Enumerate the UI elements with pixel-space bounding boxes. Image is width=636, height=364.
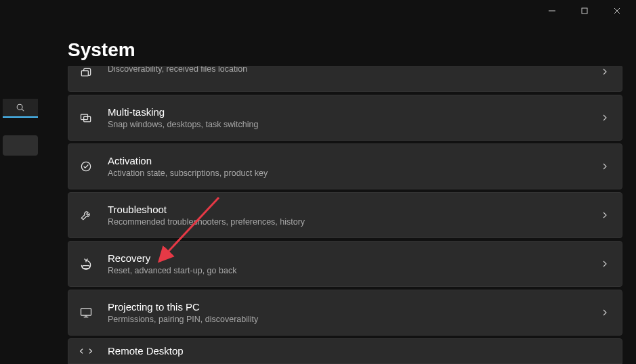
list-item-subtitle: Recommended troubleshooters, preferences… [108,217,600,227]
minimize-icon [548,7,556,15]
close-icon [613,7,621,15]
svg-line-5 [22,109,24,111]
minimize-button[interactable] [543,1,561,20]
svg-rect-6 [81,71,88,76]
list-item-subtitle: Discoverability, received files location [108,66,600,74]
page-title: System [68,39,135,61]
window-controls [533,0,636,22]
chevron-right-icon [600,210,610,220]
list-item-multitasking[interactable]: Multi-tasking Snap windows, desktops, ta… [68,95,622,141]
list-item-troubleshoot[interactable]: Troubleshoot Recommended troubleshooters… [68,192,622,238]
nav-item-selected[interactable] [3,135,38,156]
list-item-title: Recovery [108,252,600,265]
list-item-title: Multi-tasking [108,106,600,118]
chevron-right-icon [600,308,610,317]
svg-point-4 [17,104,22,110]
list-item-subtitle: Reset, advanced start-up, go back [108,266,600,276]
projecting-icon [78,304,94,321]
list-item-title: Projecting to this PC [108,301,600,313]
search-icon [16,103,25,112]
search-input[interactable] [3,99,38,118]
svg-rect-1 [582,8,587,14]
settings-list: Discoverability, received files location… [68,66,622,364]
chevron-right-icon [600,162,610,171]
list-item-projecting[interactable]: Projecting to this PC Permissions, pairi… [68,290,622,336]
list-item-subtitle: Activation state, subscriptions, product… [108,168,600,179]
recovery-icon [78,256,94,272]
troubleshoot-icon [78,207,94,223]
chevron-right-icon [600,259,610,269]
list-item-activation[interactable]: Activation Activation state, subscriptio… [68,143,622,189]
list-item-title: Remote Desktop [108,345,610,357]
maximize-icon [580,7,589,15]
maximize-button[interactable] [575,1,594,20]
list-item-subtitle: Permissions, pairing PIN, discoverabilit… [108,315,600,325]
nearby-sharing-icon [78,66,94,81]
left-rail [0,0,41,364]
chevron-right-icon [600,67,610,76]
list-item-title: Troubleshoot [108,204,600,216]
svg-rect-10 [83,266,89,269]
remote-desktop-icon [78,343,94,359]
svg-rect-11 [81,309,91,315]
multitasking-icon [78,110,94,126]
list-item-remote-desktop[interactable]: Remote Desktop [68,338,622,364]
list-item-title: Activation [108,155,600,167]
chevron-right-icon [600,113,610,122]
list-item-subtitle: Snap windows, desktops, task switching [108,120,600,130]
list-item-recovery[interactable]: Recovery Reset, advanced start-up, go ba… [68,241,622,287]
list-item-nearby-sharing[interactable]: Discoverability, received files location [68,66,622,92]
close-button[interactable] [608,1,627,20]
activation-icon [78,158,94,175]
